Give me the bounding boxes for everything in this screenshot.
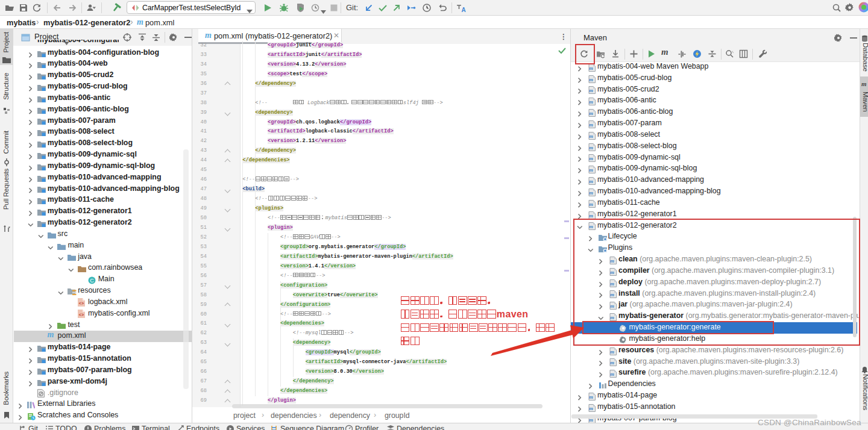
svg-text:C: C — [90, 278, 94, 284]
svg-text:<>: <> — [79, 301, 84, 306]
svg-text:A: A — [462, 7, 466, 13]
svg-text:<>: <> — [79, 313, 84, 317]
